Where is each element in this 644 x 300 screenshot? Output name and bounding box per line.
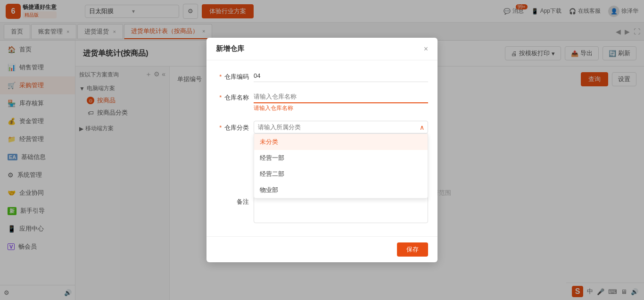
dropdown-item-dept2-label: 经营二部: [260, 170, 284, 177]
modal-header: 新增仓库 ×: [206, 38, 438, 60]
modal-footer: 保存: [206, 236, 438, 262]
dropdown-item-dept1-label: 经营一部: [260, 154, 284, 161]
modal: 新增仓库 × * 仓库编码 * 仓库名称: [206, 38, 438, 262]
note-textarea[interactable]: [254, 195, 428, 223]
category-required-star: *: [219, 124, 222, 131]
code-required-star: *: [219, 73, 222, 80]
code-label-text: 仓库编码: [224, 73, 249, 80]
code-input[interactable]: [254, 70, 428, 82]
dropdown-item-property-label: 物业部: [260, 186, 278, 193]
form-row-category: * 仓库分类 ∧ 未分类 经营一部 经营二: [216, 121, 428, 133]
category-dropdown: 未分类 经营一部 经营二部 物业部: [254, 133, 428, 199]
name-input-wrap: 请输入仓库名称: [254, 91, 428, 112]
name-required-star: *: [219, 94, 222, 101]
dropdown-item-uncategorized[interactable]: 未分类: [254, 134, 428, 150]
modal-title: 新增仓库: [216, 44, 244, 53]
code-label: * 仓库编码: [216, 70, 254, 81]
category-input[interactable]: [254, 121, 428, 133]
note-label-text: 备注: [237, 198, 249, 205]
dropdown-item-property[interactable]: 物业部: [254, 182, 428, 198]
category-arrow-icon: ∧: [420, 124, 424, 131]
name-label: * 仓库名称: [216, 91, 254, 102]
name-error-msg: 请输入仓库名称: [254, 104, 428, 112]
form-row-name-inner: * 仓库名称 请输入仓库名称: [216, 91, 428, 112]
category-select-wrap: ∧ 未分类 经营一部 经营二部 物业部: [254, 121, 428, 133]
note-label: 备注: [216, 195, 254, 206]
save-btn[interactable]: 保存: [397, 242, 428, 257]
modal-close-btn[interactable]: ×: [424, 45, 428, 53]
modal-backdrop[interactable]: 新增仓库 × * 仓库编码 * 仓库名称: [0, 0, 644, 300]
form-row-note: 备注: [216, 195, 428, 223]
form-row-name: * 仓库名称 请输入仓库名称: [216, 91, 428, 112]
dropdown-item-dept1[interactable]: 经营一部: [254, 150, 428, 166]
dropdown-item-dept2[interactable]: 经营二部: [254, 166, 428, 182]
name-label-text: 仓库名称: [224, 94, 249, 101]
modal-body: * 仓库编码 * 仓库名称 请输入仓库名称: [206, 60, 438, 236]
form-row-code: * 仓库编码: [216, 70, 428, 82]
name-input[interactable]: [254, 91, 428, 103]
category-label-text: 仓库分类: [224, 124, 249, 131]
category-label: * 仓库分类: [216, 121, 254, 132]
dropdown-item-uncategorized-label: 未分类: [260, 138, 278, 145]
